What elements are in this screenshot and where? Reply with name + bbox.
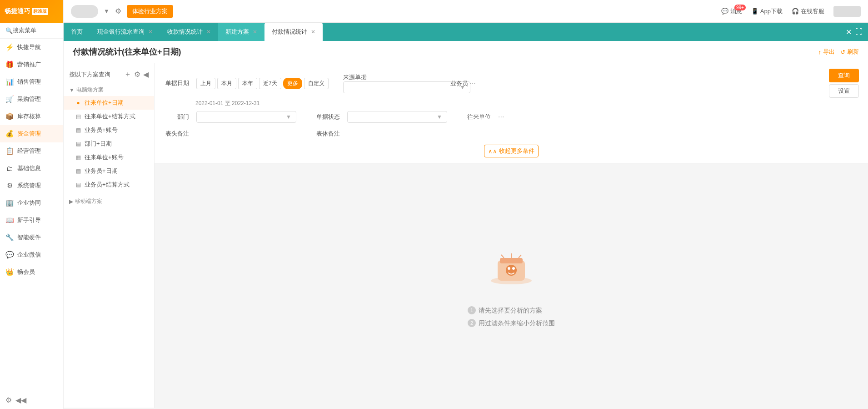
online-service-btn[interactable]: 🎧 在线客服	[792, 7, 824, 15]
tab-payment-stat[interactable]: 付款情况统计 ✕	[264, 23, 323, 41]
settings-icon[interactable]: ⚙	[5, 396, 12, 404]
collapse-sidebar-icon[interactable]: ◀◀	[15, 396, 26, 404]
query-btn[interactable]: 查询	[829, 69, 859, 82]
sidebar: 畅捷通巧 标准版 🔍 搜索菜单 ⚡ 快捷导航 🎁 营销推广 📊 销售管理 🛒 采…	[0, 0, 64, 409]
quick-nav-icon: ⚡	[5, 43, 14, 51]
date-btn-more[interactable]: 更多	[283, 78, 302, 89]
sidebar-item-guide[interactable]: 📖 新手引导	[0, 212, 63, 229]
scheme-table-icon-3: ▤	[75, 140, 82, 147]
scheme-section-desktop-title[interactable]: ▼ 电脑端方案	[64, 84, 154, 96]
scheme-item-partner-payment[interactable]: ▤ 往来单位+结算方式	[64, 110, 154, 123]
date-btn-this-year[interactable]: 本年	[238, 78, 257, 89]
svg-line-6	[501, 255, 504, 258]
sidebar-item-marketing[interactable]: 🎁 营销推广	[0, 56, 63, 73]
table-head-note-input[interactable]	[196, 128, 296, 139]
sidebar-item-operation[interactable]: 📋 经营管理	[0, 142, 63, 160]
source-voucher-section: 来源单据 ▼	[343, 73, 443, 93]
staff-dots[interactable]: ···	[469, 79, 475, 87]
filter-row-1: 单据日期 上月 本月 本年 近7天 更多 自定义 来源单据	[164, 69, 859, 98]
sidebar-item-corp[interactable]: 🏢 企业协同	[0, 194, 63, 212]
tab-payment-stat-close-icon[interactable]: ✕	[311, 29, 315, 35]
empty-tip-2: 2 用过滤条件来缩小分析范围	[468, 317, 555, 329]
scheme-item-staff-account[interactable]: ▤ 业务员+账号	[64, 123, 154, 137]
tab-bank-flow[interactable]: 现金银行流水查询 ✕	[90, 23, 160, 41]
voucher-status-select[interactable]: ▼	[347, 111, 447, 123]
scheme-item-partner-account[interactable]: ▦ 往来单位+账号	[64, 151, 154, 164]
sidebar-item-search-menu[interactable]: 🔍 搜索菜单	[0, 23, 63, 39]
add-scheme-icon[interactable]: ＋	[124, 70, 131, 79]
scheme-item-partner-payment-label: 往来单位+结算方式	[85, 112, 135, 121]
sidebar-item-capital[interactable]: 💰 资金管理	[0, 125, 63, 142]
tab-new-scheme-close-icon[interactable]: ✕	[253, 29, 257, 35]
date-btn-7days[interactable]: 近7天	[259, 78, 281, 89]
sidebar-item-purchase[interactable]: 🛒 采购管理	[0, 91, 63, 108]
export-btn[interactable]: ↑ 导出	[818, 48, 835, 56]
scheme-chart-icon: ▦	[75, 154, 82, 161]
scheme-item-staff-date[interactable]: ▤ 业务员+日期	[64, 164, 154, 178]
date-btn-custom[interactable]: 自定义	[304, 78, 329, 89]
date-btn-this-month[interactable]: 本月	[217, 78, 236, 89]
partner-dots[interactable]: ···	[498, 113, 504, 121]
setting-btn[interactable]: 设置	[829, 84, 859, 98]
search-menu-label: 搜索菜单	[13, 26, 36, 35]
basic-info-icon: 🗂	[5, 164, 14, 172]
tab-bank-flow-label: 现金银行流水查询	[97, 28, 145, 36]
message-badge: 99+	[734, 5, 746, 10]
sidebar-item-sales[interactable]: 📊 销售管理	[0, 73, 63, 91]
dept-dropdown-icon: ▼	[286, 114, 291, 120]
scheme-section-desktop: ▼ 电脑端方案 ● 往来单位+日期 ▤ 往来单位+结算方式 ▤ 业务员+账号	[64, 82, 154, 193]
basic-info-label: 基础信息	[17, 164, 41, 172]
tab-new-scheme[interactable]: 新建方案 ✕	[218, 23, 264, 41]
app-download-btn[interactable]: 📱 App下载	[751, 7, 783, 15]
capital-icon: 💰	[5, 130, 14, 138]
trial-btn[interactable]: 体验行业方案	[127, 5, 173, 18]
tab-home[interactable]: 首页	[64, 23, 90, 41]
tabbar: 首页 现金银行流水查询 ✕ 收款情况统计 ✕ 新建方案 ✕ 付款情况统计 ✕ ✕…	[64, 23, 868, 41]
scheme-section-mobile-title[interactable]: ▶ 移动端方案	[64, 195, 154, 207]
empty-tip-2-text: 用过滤条件来缩小分析范围	[479, 317, 555, 329]
scheme-item-staff-payment[interactable]: ▤ 业务员+结算方式	[64, 178, 154, 192]
sidebar-item-basic-info[interactable]: 🗂 基础信息	[0, 160, 63, 177]
message-btn[interactable]: 💬 消息 99+	[721, 7, 742, 15]
scheme-item-dept-date-label: 部门+日期	[85, 140, 112, 148]
table-body-note-input[interactable]	[347, 128, 447, 139]
fullscreen-icon[interactable]: ⛶	[855, 28, 863, 36]
tab-new-scheme-label: 新建方案	[225, 28, 249, 36]
hardware-icon: 🔧	[5, 233, 14, 242]
scheme-item-partner-date[interactable]: ● 往来单位+日期	[64, 96, 154, 110]
sidebar-item-quick-nav[interactable]: ⚡ 快捷导航	[0, 39, 63, 56]
wechat-icon: 💬	[5, 251, 14, 259]
refresh-btn[interactable]: ↺ 刷新	[840, 48, 859, 56]
tab-receivable[interactable]: 收款情况统计 ✕	[160, 23, 218, 41]
scheme-settings-icon[interactable]: ⚙	[134, 70, 140, 79]
close-all-tabs-icon[interactable]: ✕	[846, 28, 852, 36]
svg-point-4	[508, 267, 510, 270]
sidebar-item-system[interactable]: ⚙ 系统管理	[0, 177, 63, 194]
svg-line-8	[519, 255, 521, 258]
company-dropdown-icon[interactable]: ▼	[104, 8, 110, 15]
tab-receivable-close-icon[interactable]: ✕	[206, 29, 211, 35]
sidebar-item-hardware[interactable]: 🔧 智能硬件	[0, 229, 63, 246]
sidebar-item-member[interactable]: 👑 畅会员	[0, 263, 63, 281]
corp-icon: 🏢	[5, 199, 14, 207]
collapse-conditions-btn[interactable]: ∧∧ 收起更多条件	[484, 145, 539, 157]
date-btn-last-month[interactable]: 上月	[196, 78, 215, 89]
tab-bank-flow-close-icon[interactable]: ✕	[148, 29, 153, 35]
scheme-item-dept-date[interactable]: ▤ 部门+日期	[64, 137, 154, 151]
tip-num-1: 1	[468, 306, 476, 314]
message-icon: 💬	[721, 8, 728, 15]
query-actions: 查询 设置	[829, 69, 859, 98]
user-avatar[interactable]	[833, 6, 861, 17]
sidebar-item-inventory[interactable]: 📦 库存核算	[0, 108, 63, 125]
collapse-icon: ∧∧	[488, 148, 497, 155]
empty-tip-1: 1 请先选择要分析的方案	[468, 304, 555, 317]
dept-select[interactable]: ▼	[196, 111, 296, 123]
empty-state: 1 请先选择要分析的方案 2 用过滤条件来缩小分析范围	[155, 163, 868, 408]
sidebar-bottom: ⚙ ◀◀	[0, 391, 63, 409]
corp-label: 企业协同	[17, 199, 41, 207]
collapse-panel-icon[interactable]: ◀	[143, 70, 149, 79]
refresh-label: 刷新	[847, 48, 859, 56]
sidebar-item-wechat[interactable]: 💬 企业微信	[0, 246, 63, 263]
settings-gear-icon[interactable]: ⚙	[115, 7, 121, 15]
search-icon: 🔍	[5, 27, 13, 34]
